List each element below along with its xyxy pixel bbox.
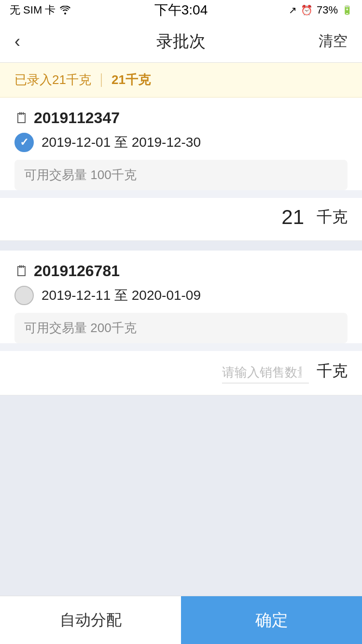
batch-2-icon: 🗒 [14, 263, 29, 280]
batch-item-2: 🗒 2019126781 2019-12-11 至 2020-01-09 可用交… [0, 251, 362, 343]
location-icon: ↗ [289, 4, 297, 16]
recorded-value: 21千克 [111, 71, 151, 88]
batch-1-checkbox[interactable]: ✓ [14, 133, 34, 152]
nav-bar: ‹ 录批次 清空 [0, 20, 362, 63]
batch-1-available-qty: 可用交易量 100千克 [14, 160, 348, 190]
batch-1-date-row: ✓ 2019-12-01 至 2019-12-30 [14, 133, 348, 152]
back-button[interactable]: ‹ [14, 31, 20, 52]
page-title: 录批次 [156, 30, 206, 53]
batch-2-header: 🗒 2019126781 [14, 262, 348, 280]
auto-distribute-button[interactable]: 自动分配 [0, 596, 181, 644]
batch-2-date-row: 2019-12-11 至 2020-01-09 [14, 286, 348, 305]
status-bar-time: 下午3:04 [154, 1, 208, 19]
alarm-icon: ⏰ [301, 4, 313, 16]
batch-2-qty-unit: 千克 [317, 361, 348, 382]
confirm-button[interactable]: 确定 [181, 596, 362, 644]
batch-2-qty-row: 千克 [0, 351, 362, 395]
clear-button[interactable]: 清空 [319, 31, 348, 51]
batch-item-1: 🗒 2019112347 ✓ 2019-12-01 至 2019-12-30 可… [0, 98, 362, 190]
batch-2-checkbox[interactable] [14, 286, 34, 305]
banner-divider [101, 73, 102, 87]
status-bar-right: ↗ ⏰ 73% 🔋 [289, 4, 352, 16]
batch-1-qty-value: 21 [281, 206, 309, 229]
status-bar: 无 SIM 卡 下午3:04 ↗ ⏰ 73% 🔋 [0, 0, 362, 20]
batch-2-qty-input[interactable] [222, 359, 309, 383]
gray-area [0, 395, 362, 598]
info-banner: 已录入21千克 21千克 [0, 63, 362, 98]
batch-2-id: 2019126781 [34, 262, 120, 280]
batch-2-date: 2019-12-11 至 2020-01-09 [42, 286, 201, 305]
section-divider [0, 241, 362, 251]
recorded-label: 已录入21千克 [14, 71, 91, 88]
sim-label: 无 SIM 卡 [10, 3, 56, 17]
batch-1-header: 🗒 2019112347 [14, 109, 348, 127]
bottom-bar: 自动分配 确定 [0, 596, 362, 644]
check-mark-1: ✓ [20, 136, 28, 149]
battery-icon: 🔋 [342, 5, 352, 15]
status-bar-left: 无 SIM 卡 [10, 3, 71, 17]
batch-2-available-qty: 可用交易量 200千克 [14, 313, 348, 343]
wifi-icon [59, 6, 71, 14]
batch-1-date: 2019-12-01 至 2019-12-30 [42, 133, 201, 152]
batch-1-qty-unit: 千克 [317, 207, 348, 228]
batch-1-qty-row: 21 千克 [0, 198, 362, 241]
batch-1-icon: 🗒 [14, 110, 29, 126]
battery-label: 73% [317, 4, 338, 16]
batch-1-id: 2019112347 [34, 109, 120, 127]
